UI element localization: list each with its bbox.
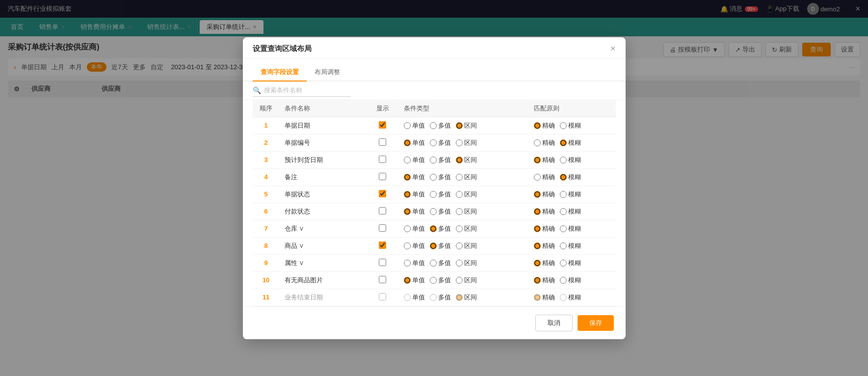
cell-match: 精确模糊 [529, 134, 616, 151]
type-radio-type_multi[interactable]: 多值 [430, 173, 451, 182]
cancel-button[interactable]: 取消 [535, 315, 573, 331]
match-radio-match_exact[interactable]: 精确 [534, 276, 555, 285]
match-radio-match_fuzzy[interactable]: 模糊 [560, 138, 581, 147]
type-radio-type_multi[interactable]: 多值 [430, 242, 451, 250]
match-radio-match_exact[interactable]: 精确 [534, 293, 555, 302]
type-radio-type_multi[interactable]: 多值 [430, 190, 451, 199]
match-radio-match_fuzzy[interactable]: 模糊 [560, 224, 581, 233]
tab-query-fields[interactable]: 查询字段设置 [253, 64, 307, 81]
type-radio-type_multi[interactable]: 多值 [430, 207, 451, 216]
type-radio-type_multi[interactable]: 多值 [430, 293, 451, 302]
cell-match: 精确模糊 [529, 117, 616, 134]
display-checkbox[interactable] [379, 121, 386, 129]
display-checkbox[interactable] [379, 138, 386, 146]
cell-display [366, 117, 398, 134]
th-match: 匹配原则 [529, 100, 616, 117]
type-radio-type_single[interactable]: 单值 [404, 190, 425, 199]
match-radio-match_fuzzy[interactable]: 模糊 [560, 121, 581, 130]
cell-order: 1 [253, 117, 280, 134]
match-radio-match_fuzzy[interactable]: 模糊 [560, 173, 581, 182]
type-radio-type_multi[interactable]: 多值 [430, 259, 451, 268]
cell-order: 3 [253, 151, 280, 168]
type-radio-type_single[interactable]: 单值 [404, 173, 425, 182]
save-button[interactable]: 保存 [578, 315, 614, 331]
type-radio-type_range[interactable]: 区间 [456, 156, 477, 164]
th-display: 显示 [366, 100, 398, 117]
cell-name: 备注 [280, 168, 367, 186]
type-radio-type_range[interactable]: 区间 [456, 121, 477, 130]
type-radio-type_single[interactable]: 单值 [404, 276, 425, 285]
search-icon: 🔍 [253, 86, 261, 94]
dialog-tabs: 查询字段设置 布局调整 [243, 59, 626, 81]
match-radio-match_fuzzy[interactable]: 模糊 [560, 190, 581, 199]
type-radio-type_range[interactable]: 区间 [456, 276, 477, 285]
type-radio-type_range[interactable]: 区间 [456, 224, 477, 233]
type-radio-type_single[interactable]: 单值 [404, 224, 425, 233]
display-checkbox[interactable] [379, 259, 386, 266]
type-radio-type_single[interactable]: 单值 [404, 121, 425, 130]
cell-display [366, 186, 398, 203]
type-radio-type_range[interactable]: 区间 [456, 207, 477, 216]
cell-order: 9 [253, 254, 280, 271]
type-radio-type_single[interactable]: 单值 [404, 293, 425, 302]
type-radio-type_single[interactable]: 单值 [404, 156, 425, 164]
cell-name: 付款状态 [280, 203, 367, 220]
display-checkbox[interactable] [379, 190, 386, 197]
match-radio-match_exact[interactable]: 精确 [534, 156, 555, 164]
display-checkbox[interactable] [379, 207, 386, 215]
match-radio-match_fuzzy[interactable]: 模糊 [560, 293, 581, 302]
cell-match: 精确模糊 [529, 203, 616, 220]
display-checkbox[interactable] [379, 276, 386, 283]
type-radio-type_range[interactable]: 区间 [456, 138, 477, 147]
cell-display [366, 134, 398, 151]
type-radio-type_single[interactable]: 单值 [404, 259, 425, 268]
type-radio-type_multi[interactable]: 多值 [430, 121, 451, 130]
cell-order: 5 [253, 186, 280, 203]
cell-type: 单值多值区间 [399, 151, 529, 168]
match-radio-match_exact[interactable]: 精确 [534, 224, 555, 233]
cell-match: 精确模糊 [529, 151, 616, 168]
type-radio-type_range[interactable]: 区间 [456, 242, 477, 250]
cell-type: 单值多值区间 [399, 203, 529, 220]
dialog-title: 设置查询区域布局 [253, 44, 312, 54]
type-radio-type_single[interactable]: 单值 [404, 242, 425, 250]
tab-layout-adjust[interactable]: 布局调整 [307, 64, 348, 81]
type-radio-type_range[interactable]: 区间 [456, 190, 477, 199]
display-checkbox[interactable] [379, 293, 386, 300]
table-row: 8商品 ∨单值多值区间精确模糊 [253, 237, 616, 254]
match-radio-match_fuzzy[interactable]: 模糊 [560, 156, 581, 164]
type-radio-type_multi[interactable]: 多值 [430, 156, 451, 164]
match-radio-match_fuzzy[interactable]: 模糊 [560, 207, 581, 216]
type-radio-type_range[interactable]: 区间 [456, 173, 477, 182]
cell-display [366, 271, 398, 289]
display-checkbox[interactable] [379, 173, 386, 180]
match-radio-match_fuzzy[interactable]: 模糊 [560, 242, 581, 250]
match-radio-match_fuzzy[interactable]: 模糊 [560, 276, 581, 285]
type-radio-type_multi[interactable]: 多值 [430, 138, 451, 147]
cell-name: 属性 ∨ [280, 254, 367, 271]
match-radio-match_exact[interactable]: 精确 [534, 138, 555, 147]
type-radio-type_single[interactable]: 单值 [404, 138, 425, 147]
type-radio-type_single[interactable]: 单值 [404, 207, 425, 216]
table-row: 6付款状态单值多值区间精确模糊 [253, 203, 616, 220]
match-radio-match_exact[interactable]: 精确 [534, 242, 555, 250]
cell-match: 精确模糊 [529, 220, 616, 237]
dialog-search-area: 🔍 [243, 81, 626, 100]
match-radio-match_fuzzy[interactable]: 模糊 [560, 259, 581, 268]
display-checkbox[interactable] [379, 156, 386, 163]
dialog-close-button[interactable]: × [610, 44, 616, 53]
display-checkbox[interactable] [379, 224, 386, 232]
match-radio-match_exact[interactable]: 精确 [534, 207, 555, 216]
type-radio-type_range[interactable]: 区间 [456, 259, 477, 268]
search-input[interactable] [264, 86, 342, 94]
match-radio-match_exact[interactable]: 精确 [534, 259, 555, 268]
type-radio-type_multi[interactable]: 多值 [430, 276, 451, 285]
settings-dialog: 设置查询区域布局 × 查询字段设置 布局调整 🔍 顺序 条件名称 显示 [243, 37, 626, 339]
display-checkbox[interactable] [379, 242, 386, 249]
match-radio-match_exact[interactable]: 精确 [534, 190, 555, 199]
type-radio-type_range[interactable]: 区间 [456, 293, 477, 302]
match-radio-match_exact[interactable]: 精确 [534, 121, 555, 130]
type-radio-type_multi[interactable]: 多值 [430, 224, 451, 233]
match-radio-match_exact[interactable]: 精确 [534, 173, 555, 182]
cell-name: 仓库 ∨ [280, 220, 367, 237]
